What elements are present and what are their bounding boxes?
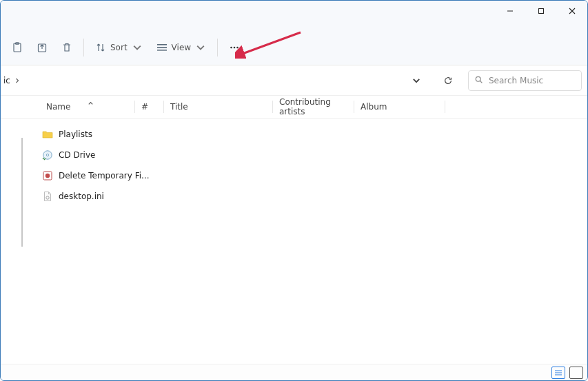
chevron-right-icon — [14, 76, 20, 85]
column-title[interactable]: Title — [163, 96, 272, 118]
svg-point-10 — [230, 46, 232, 48]
list-item[interactable]: Playlists — [26, 124, 587, 145]
sort-label: Sort — [110, 43, 128, 52]
item-label: desktop.ini — [59, 192, 104, 201]
svg-point-12 — [236, 46, 239, 48]
svg-rect-7 — [157, 44, 167, 45]
maximize-button[interactable] — [525, 1, 556, 21]
view-button[interactable]: View — [150, 35, 213, 60]
svg-point-13 — [476, 76, 480, 81]
sort-indicator-icon — [88, 98, 94, 107]
breadcrumb[interactable]: ic — [1, 76, 20, 85]
status-bar — [1, 364, 587, 380]
item-label: CD Drive — [59, 150, 95, 160]
refresh-button[interactable] — [436, 70, 460, 91]
chevron-down-icon — [132, 42, 143, 53]
search-icon — [474, 75, 483, 86]
svg-rect-9 — [157, 50, 167, 51]
breadcrumb-current[interactable]: ic — [3, 76, 10, 85]
search-box[interactable] — [468, 70, 582, 91]
share-button[interactable] — [30, 35, 54, 60]
item-label: Playlists — [59, 130, 92, 139]
list-item[interactable]: desktop.ini — [26, 186, 587, 207]
toolbar-divider — [83, 39, 84, 56]
search-input[interactable] — [489, 76, 588, 85]
address-bar: ic — [1, 65, 587, 96]
app-icon — [42, 170, 53, 181]
chevron-down-icon — [195, 42, 206, 53]
item-label: Delete Temporary Fi... — [59, 171, 150, 181]
more-button[interactable] — [222, 35, 247, 60]
list-item[interactable]: CD Drive — [26, 145, 587, 165]
ini-icon — [42, 191, 53, 202]
scroll-indicator — [21, 138, 23, 247]
details-view-button[interactable] — [551, 367, 565, 379]
icons-view-button[interactable] — [569, 367, 583, 379]
svg-rect-8 — [157, 47, 167, 48]
folder-icon — [42, 129, 53, 140]
column-number[interactable]: # — [134, 96, 163, 118]
history-dropdown[interactable] — [405, 70, 428, 91]
paste-button[interactable] — [5, 35, 30, 60]
svg-point-11 — [234, 46, 236, 48]
toolbar: Sort View — [1, 30, 587, 65]
svg-rect-1 — [538, 9, 543, 14]
list-item[interactable]: Delete Temporary Fi... — [26, 165, 587, 186]
column-headers: Name # Title Contributing artists Album — [1, 96, 587, 119]
view-label: View — [172, 43, 191, 52]
close-button[interactable] — [556, 1, 587, 21]
delete-button[interactable] — [54, 35, 79, 60]
column-album[interactable]: Album — [354, 96, 445, 118]
svg-line-14 — [480, 81, 482, 83]
column-name[interactable]: Name — [39, 96, 134, 118]
column-artists[interactable]: Contributing artists — [272, 96, 354, 118]
sort-button[interactable]: Sort — [88, 35, 150, 60]
minimize-button[interactable] — [494, 1, 525, 21]
cd-icon — [42, 150, 53, 161]
svg-rect-4 — [14, 43, 21, 52]
file-list: Playlists CD Drive Delete Temporary Fi..… — [1, 119, 587, 207]
svg-point-18 — [45, 174, 50, 178]
column-spacer — [445, 96, 458, 118]
toolbar-divider — [217, 39, 218, 56]
svg-point-16 — [46, 154, 48, 156]
